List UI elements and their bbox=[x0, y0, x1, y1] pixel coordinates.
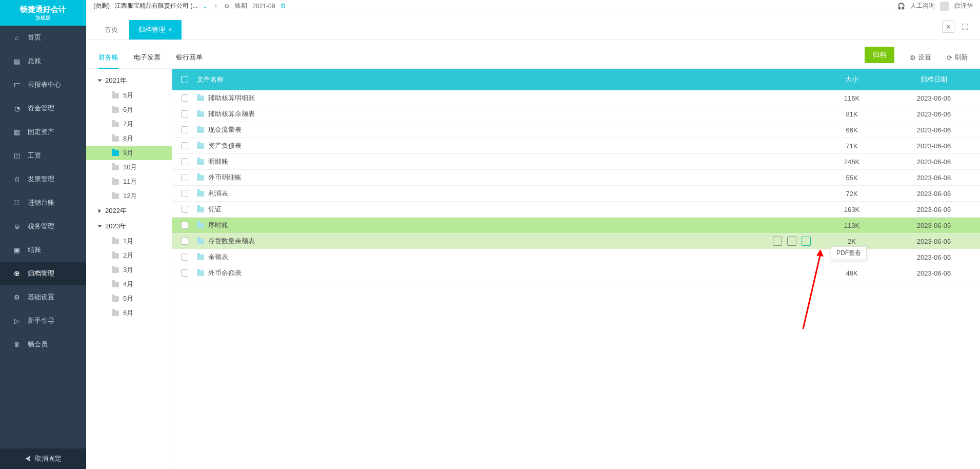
header-date[interactable]: 归档日期 bbox=[888, 75, 980, 84]
folder-icon bbox=[112, 150, 119, 156]
tree-month-5[interactable]: 5月 bbox=[86, 88, 172, 103]
file-name: 辅助核算余额表 bbox=[208, 109, 255, 119]
unpin-button[interactable]: ⮜取消固定 bbox=[0, 448, 86, 469]
tree-month-7[interactable]: 7月 bbox=[86, 117, 172, 131]
subtab-finance[interactable]: 财务账 bbox=[98, 53, 118, 68]
chevron-down-icon[interactable]: ⌄ bbox=[203, 3, 208, 10]
salary-icon: ◫ bbox=[12, 151, 22, 160]
tree-month-8[interactable]: 8月 bbox=[86, 131, 172, 146]
tree-month-2b[interactable]: 2月 bbox=[86, 248, 172, 263]
nav-fund[interactable]: ◔资金管理 bbox=[0, 96, 86, 120]
fullscreen-button[interactable]: ⛶ bbox=[958, 21, 971, 33]
row-checkbox[interactable] bbox=[181, 158, 188, 165]
tree-year-2023[interactable]: 2023年 bbox=[86, 219, 172, 234]
file-table: 文件名称 大小 归档日期 辅助核算明细账116K2023-06-06辅助核算余额… bbox=[172, 69, 980, 469]
header-name[interactable]: 文件名称 bbox=[197, 75, 816, 84]
tree-year-2021[interactable]: 2021年 bbox=[86, 73, 172, 88]
tree-month-10[interactable]: 10月 bbox=[86, 160, 172, 174]
nav-home[interactable]: ⌂首页 bbox=[0, 26, 86, 49]
nav-trade[interactable]: ☷进销台账 bbox=[0, 191, 86, 214]
header-size[interactable]: 大小 bbox=[816, 75, 888, 84]
username[interactable]: 徐泽华 bbox=[954, 2, 973, 10]
add-company-button[interactable]: ＋ bbox=[213, 2, 219, 10]
settings-link[interactable]: ⚙设置 bbox=[910, 53, 931, 62]
subtab-einvoice[interactable]: 电子发票 bbox=[134, 53, 161, 68]
row-checkbox[interactable] bbox=[181, 174, 188, 181]
row-checkbox[interactable] bbox=[181, 269, 188, 277]
year-tree: 2021年 5月 6月 7月 8月 9月 10月 11月 12月 2022年 2… bbox=[86, 69, 172, 469]
folder-icon bbox=[112, 165, 119, 170]
row-checkbox[interactable] bbox=[181, 253, 188, 261]
row-checkbox[interactable] bbox=[181, 110, 188, 118]
company-settings-button[interactable]: ⚙ bbox=[224, 3, 230, 10]
row-checkbox[interactable] bbox=[181, 238, 188, 245]
tree-month-6[interactable]: 6月 bbox=[86, 103, 172, 117]
file-size: 55K bbox=[816, 174, 888, 182]
table-row[interactable]: 明细账246K2023-06-06 bbox=[172, 154, 980, 170]
close-tabs-button[interactable]: ✕ bbox=[942, 21, 954, 33]
vip-icon: ♛ bbox=[12, 340, 22, 349]
avatar-icon[interactable] bbox=[940, 2, 949, 11]
table-row[interactable]: 资产负债表71K2023-06-06 bbox=[172, 138, 980, 154]
row-checkbox[interactable] bbox=[181, 190, 188, 197]
subtab-bank[interactable]: 银行回单 bbox=[176, 53, 203, 68]
view-pdf-icon[interactable] bbox=[802, 237, 811, 246]
download-image-icon[interactable] bbox=[773, 237, 782, 246]
folder-icon bbox=[112, 193, 119, 199]
row-checkbox[interactable] bbox=[181, 222, 188, 229]
table-row[interactable]: 利润表72K2023-06-06 bbox=[172, 186, 980, 202]
tab-home[interactable]: 首页 bbox=[95, 20, 127, 40]
tree-month-9[interactable]: 9月 bbox=[86, 146, 172, 160]
nav-archive[interactable]: ♼归档管理 bbox=[0, 262, 86, 285]
tree-month-4b[interactable]: 4月 bbox=[86, 277, 172, 291]
table-row[interactable]: 外币明细账55K2023-06-06 bbox=[172, 170, 980, 186]
tree-year-2022[interactable]: 2022年 bbox=[86, 203, 172, 219]
nav-invoice[interactable]: ⎙发票管理 bbox=[0, 167, 86, 191]
consult-link[interactable]: 人工咨询 bbox=[910, 2, 935, 10]
tree-month-11[interactable]: 11月 bbox=[86, 174, 172, 189]
nav-ledger[interactable]: ▤总账 bbox=[0, 49, 86, 73]
tax-icon: ⊜ bbox=[12, 222, 22, 231]
refresh-link[interactable]: ⟳刷新 bbox=[947, 53, 968, 62]
tab-close-icon[interactable]: × bbox=[168, 26, 172, 33]
row-checkbox[interactable] bbox=[181, 94, 188, 102]
table-row[interactable]: 外币余额表48K2023-06-06 bbox=[172, 265, 980, 281]
tree-month-12[interactable]: 12月 bbox=[86, 189, 172, 203]
table-row[interactable]: 辅助核算余额表81K2023-06-06 bbox=[172, 106, 980, 122]
period-value[interactable]: 2021-09 bbox=[252, 3, 275, 10]
company-selector[interactable]: 江西服宝精品有限责任公司 (... bbox=[115, 2, 197, 10]
row-checkbox[interactable] bbox=[181, 126, 188, 133]
table-row[interactable]: 序时账113K2023-06-06 bbox=[172, 218, 980, 233]
sidebar: 畅捷通好会计 旗舰版 ⌂首页 ▤总账 ⫍云报表中心 ◔资金管理 ▥固定资产 ◫工… bbox=[0, 0, 86, 469]
select-all-checkbox[interactable] bbox=[181, 76, 188, 83]
tree-month-1b[interactable]: 1月 bbox=[86, 234, 172, 248]
file-size: 113K bbox=[816, 222, 888, 229]
download-pdf-icon[interactable] bbox=[787, 237, 796, 246]
row-checkbox[interactable] bbox=[181, 206, 188, 213]
nav-close[interactable]: ▣结账 bbox=[0, 238, 86, 262]
archive-icon: ♼ bbox=[12, 269, 22, 278]
close-book-icon: ▣ bbox=[12, 245, 22, 255]
nav-asset[interactable]: ▥固定资产 bbox=[0, 120, 86, 144]
tree-month-3b[interactable]: 3月 bbox=[86, 263, 172, 277]
nav-salary[interactable]: ◫工资 bbox=[0, 144, 86, 167]
folder-icon bbox=[197, 143, 204, 149]
table-row[interactable]: 辅助核算明细账116K2023-06-06 bbox=[172, 90, 980, 106]
tree-month-6b[interactable]: 6月 bbox=[86, 306, 172, 320]
archive-date: 2023-06-06 bbox=[888, 94, 980, 102]
nav-tax[interactable]: ⊜税务管理 bbox=[0, 214, 86, 238]
nav-report[interactable]: ⫍云报表中心 bbox=[0, 73, 86, 96]
archive-button[interactable]: 归档 bbox=[865, 47, 894, 63]
row-checkbox[interactable] bbox=[181, 142, 188, 149]
calendar-icon[interactable]: 🗓 bbox=[280, 3, 286, 10]
pdf-view-tooltip: PDF查看 bbox=[831, 246, 867, 260]
file-size: 66K bbox=[816, 126, 888, 134]
file-name: 存货数量余额表 bbox=[208, 237, 255, 246]
table-row[interactable]: 凭证163K2023-06-06 bbox=[172, 202, 980, 218]
tab-archive[interactable]: 归档管理× bbox=[129, 20, 182, 40]
nav-base[interactable]: ⚙基础设置 bbox=[0, 285, 86, 309]
nav-vip[interactable]: ♛畅会员 bbox=[0, 333, 86, 356]
tree-month-5b[interactable]: 5月 bbox=[86, 291, 172, 306]
table-row[interactable]: 现金流量表66K2023-06-06 bbox=[172, 122, 980, 138]
nav-guide[interactable]: ▷新手引导 bbox=[0, 309, 86, 333]
